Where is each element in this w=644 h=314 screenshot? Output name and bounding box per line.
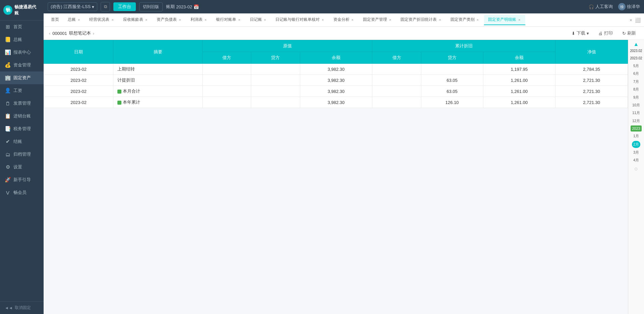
panel-month-7[interactable]: 7月 — [628, 78, 644, 86]
cell-summary: 计提折旧 — [113, 75, 202, 86]
col-sub-accum-credit: 贷方 — [421, 52, 483, 64]
panel-month-9[interactable]: 9月 — [628, 94, 644, 101]
breadcrumb: ‹ 000001 联想笔记本 › — [49, 30, 94, 36]
tab-fixed-depreciation[interactable]: 固定资产折旧统计表 × — [396, 15, 445, 25]
tab-label-bank: 银行对账单 — [216, 17, 236, 22]
panel-month-4[interactable]: 4月 — [628, 156, 644, 164]
sales-icon: 📋 — [5, 113, 11, 119]
sidebar-label-guide: 新手引导 — [13, 177, 31, 183]
tab-fixed-category[interactable]: 固定资产类别 × — [446, 15, 483, 25]
tab-close-ledger[interactable]: × — [77, 18, 80, 22]
tab-profit[interactable]: 利润表 × — [186, 15, 211, 25]
table-row: 2023-02 本年累计 3,982.30 126.10 1,261.00 2,… — [44, 97, 628, 108]
tab-close-business[interactable]: × — [111, 18, 114, 22]
panel-month-6[interactable]: 6月 — [628, 70, 644, 77]
sidebar-label-member: 畅会员 — [13, 190, 26, 196]
main-content: (劝告) 江西服坐-LSS ▾ ⧉ 工作台 切到旧版 账期 2023-02 📅 … — [44, 0, 644, 314]
panel-month-8[interactable]: 8月 — [628, 86, 644, 93]
archive-icon: 🗂 — [5, 152, 11, 157]
nav-next-button[interactable]: › — [93, 31, 94, 36]
panel-month-5[interactable]: 5月 — [628, 62, 644, 70]
sidebar-item-invoices[interactable]: 🗒 发票管理 — [0, 97, 44, 110]
sidebar-item-fixed-assets[interactable]: 🏢 固定资产 — [0, 71, 44, 84]
col-sub-accum-balance: 余额 — [483, 52, 555, 64]
breadcrumb-code: 000001 — [52, 31, 67, 36]
sidebar-unpin-button[interactable]: ◄◄ 取消固定 — [0, 301, 44, 314]
tab-close-receivable[interactable]: × — [145, 18, 148, 22]
sidebar-item-payroll[interactable]: 👤 工资 — [0, 84, 44, 97]
maximize-window-button[interactable]: ⬜ — [635, 17, 641, 23]
sidebar-item-funds[interactable]: 💰 资金管理 — [0, 59, 44, 71]
refresh-button[interactable]: ↻ 刷新 — [620, 29, 639, 38]
panel-year-2023[interactable]: 2023 — [631, 125, 641, 132]
cell-orig-debit — [202, 97, 251, 108]
panel-month-1[interactable]: 1月 — [628, 132, 644, 140]
sidebar-item-sales[interactable]: 📋 进销台账 — [0, 110, 44, 122]
tab-close-profit[interactable]: × — [204, 18, 207, 22]
panel-up-arrow[interactable]: ▲ — [634, 41, 639, 47]
tab-close-balance[interactable]: × — [178, 18, 181, 22]
tab-funds-analysis[interactable]: 资金分析 × — [329, 15, 358, 25]
sidebar-item-tax[interactable]: 📑 税务管理 — [0, 122, 44, 135]
customer-service-button[interactable]: 🎧 人工客询 — [589, 4, 613, 10]
print-button[interactable]: 🖨 打印 — [596, 29, 615, 38]
tab-close-journal[interactable]: × — [263, 18, 267, 22]
sidebar-item-guide[interactable]: 🚀 新手引导 — [0, 173, 44, 186]
tab-bank[interactable]: 银行对账单 × — [212, 15, 245, 25]
calendar-icon[interactable]: 📅 — [194, 4, 199, 9]
tab-label-journal: 日记账 — [250, 17, 262, 22]
download-button[interactable]: ⬇ 下载 ▾ — [569, 29, 592, 38]
window-controls: × ⬜ — [630, 17, 641, 23]
tab-close-journal-bank[interactable]: × — [321, 18, 324, 22]
panel-period-1[interactable]: 2023.02 — [628, 47, 644, 55]
cell-accum-balance: 1,197.95 — [483, 64, 555, 75]
nav-prev-button[interactable]: ‹ — [49, 31, 50, 36]
sidebar-item-reports[interactable]: 📊 报表中心 — [0, 46, 44, 59]
tab-label-business: 经营状况表 — [89, 17, 109, 22]
tab-close-funds-analysis[interactable]: × — [351, 18, 354, 22]
panel-down-circle[interactable]: ○ — [634, 165, 638, 172]
sidebar-item-archive[interactable]: 🗂 归档管理 — [0, 148, 44, 161]
sidebar-item-ledger[interactable]: 📒 总账 — [0, 33, 44, 46]
workbench-button[interactable]: 工作台 — [113, 2, 136, 11]
panel-month-10[interactable]: 10月 — [628, 101, 644, 109]
panel-month-11[interactable]: 11月 — [628, 109, 644, 117]
company-selector[interactable]: (劝告) 江西服坐-LSS ▾ — [48, 2, 97, 11]
sidebar-item-settle[interactable]: ✔ 结账 — [0, 135, 44, 148]
tab-close-fixed-category[interactable]: × — [476, 18, 479, 22]
tab-close-bank[interactable]: × — [237, 18, 241, 22]
panel-month-12[interactable]: 12月 — [628, 117, 644, 125]
tab-fixed-detail[interactable]: 固定资产明细账 × — [484, 15, 525, 25]
switch-version-button[interactable]: 切到旧版 — [139, 2, 163, 11]
sidebar-item-home[interactable]: ⊞ 首页 — [0, 20, 44, 33]
download-chevron-icon: ▾ — [587, 31, 589, 36]
tab-close-fixed-depreciation[interactable]: × — [438, 18, 441, 22]
guide-icon: 🚀 — [5, 177, 11, 183]
tab-close-fixed-mgmt[interactable]: × — [388, 18, 392, 22]
tab-journal-bank[interactable]: 日记账与银行对账单核对 × — [271, 15, 328, 25]
download-icon: ⬇ — [572, 31, 575, 36]
tab-balance[interactable]: 资产负债表 × — [153, 15, 185, 25]
cell-accum-credit — [421, 64, 483, 75]
tab-label-fixed-detail: 固定资产明细账 — [488, 17, 516, 22]
close-window-button[interactable]: × — [630, 17, 632, 23]
tab-fixed-mgmt[interactable]: 固定资产管理 × — [359, 15, 396, 25]
tab-close-fixed-detail[interactable]: × — [518, 18, 521, 22]
tab-ledger[interactable]: 总账 × — [64, 15, 85, 25]
sidebar-label-invoices: 发票管理 — [13, 100, 31, 106]
panel-month-2-active[interactable]: 2月 — [632, 141, 640, 148]
tab-business[interactable]: 经营状况表 × — [85, 15, 118, 25]
sidebar-item-settings[interactable]: ⚙ 设置 — [0, 161, 44, 173]
sidebar-item-member[interactable]: V 畅会员 — [0, 186, 44, 199]
service-icon: 🎧 — [589, 4, 594, 9]
tab-home[interactable]: 首页 — [47, 15, 63, 25]
panel-month-3[interactable]: 3月 — [628, 149, 644, 156]
tab-receivable[interactable]: 应收账龄表 × — [119, 15, 152, 25]
user-menu[interactable]: 徐 徐泽华 — [618, 3, 640, 10]
copy-button[interactable]: ⧉ — [101, 2, 110, 11]
panel-period-2[interactable]: 2023.02 — [628, 55, 644, 62]
cell-date: 2023-02 — [44, 86, 113, 97]
tab-journal[interactable]: 日记账 × — [246, 15, 271, 25]
refresh-label: 刷新 — [627, 30, 636, 36]
cell-accum-credit: 63.05 — [421, 75, 483, 86]
